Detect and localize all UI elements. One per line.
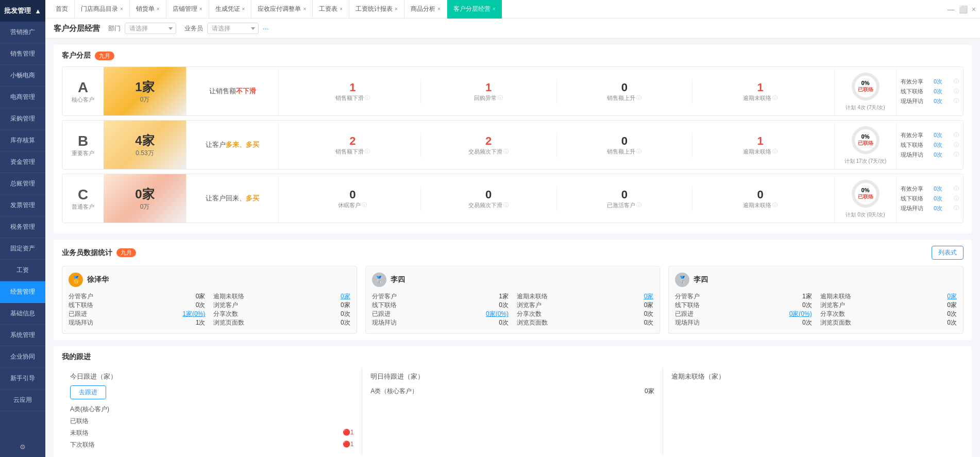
page-header: 客户分层经营 部门 请选择 业务员 请选择 ··· — [45, 19, 980, 39]
tab-close-icon[interactable]: × — [395, 6, 398, 12]
tab-商品分析[interactable]: 商品分析× — [404, 0, 447, 19]
sidebar-item-库存核算[interactable]: 库存核算 — [0, 130, 45, 151]
tab-销货单[interactable]: 销货单× — [130, 0, 166, 19]
tab-label: 商品分析 — [411, 5, 435, 13]
tier-chart-cell: 4家0.53万 — [104, 121, 186, 169]
sidebar-item-电商管理[interactable]: 电商管理 — [0, 87, 45, 108]
tier-suggest-cell: 让客户回来、多买 — [186, 174, 279, 223]
staff-stat-row: 已跟进1家(0%) — [69, 310, 205, 318]
sidebar-item-经营管理[interactable]: 经营管理 — [0, 281, 45, 303]
list-view-button[interactable]: 列表式 — [932, 246, 964, 260]
window-minimize-icon[interactable]: — — [948, 5, 955, 13]
staff-stat-row: 分享次数0次 — [820, 310, 957, 318]
stat-number[interactable]: 1 — [757, 134, 764, 148]
sidebar-item-固定资产[interactable]: 固定资产 — [0, 238, 45, 260]
sidebar-item-销售管理[interactable]: 销售管理 — [0, 43, 45, 65]
tab-close-icon[interactable]: × — [303, 6, 306, 12]
sidebar-item-系统管理[interactable]: 系统管理 — [0, 325, 45, 346]
sidebar-item-资金管理[interactable]: 资金管理 — [0, 151, 45, 173]
tier-right-stats: 有效分享0次ⓘ线下联络0次ⓘ现场拜访0次ⓘ — [896, 174, 963, 223]
tier-suggest-highlight: 多买 — [246, 194, 259, 203]
followup-tomorrow: 明日待跟进（家） A类（核心客户） 0家 — [362, 368, 663, 455]
sidebar-item-发票管理[interactable]: 发票管理 — [0, 195, 45, 216]
followup-overdue-title: 逾期未联络（家） — [671, 372, 955, 381]
sidebar-item-基础信息[interactable]: 基础信息 — [0, 303, 45, 325]
goto-followup-button[interactable]: 去跟进 — [70, 385, 106, 399]
staff-stat-row: 浏览客户0家 — [820, 301, 957, 310]
dept-select[interactable]: 请选择 — [125, 23, 176, 34]
sidebar-item-工资[interactable]: 工资 — [0, 260, 45, 281]
tab-应收应付调整单[interactable]: 应收应付调整单× — [251, 0, 313, 19]
sidebar-settings[interactable]: ⚙ — [0, 437, 45, 457]
tab-close-icon[interactable]: × — [493, 6, 496, 12]
staff-avatar: 🥈 — [372, 273, 386, 287]
sidebar-item-采购管理[interactable]: 采购管理 — [0, 108, 45, 130]
staff-card-1: 🥈李四分管客户1家线下联络0次已跟进0家(0%)现场拜访0次逾期未联络0家浏览客… — [365, 266, 661, 334]
followup-today: 今日跟进（家） 去跟进 A类(核心客户) 已联络 未联络 🔴1 下次联络 🔴1 — [62, 368, 362, 455]
ring-sublabel: 计划 17次 (7天/次) — [844, 158, 887, 165]
followup-row: A类（核心客户） 0家 — [370, 385, 654, 397]
tab-店铺管理[interactable]: 店铺管理× — [166, 0, 209, 19]
staff-select[interactable]: 请选择 — [207, 23, 259, 34]
tab-工资统计报表[interactable]: 工资统计报表× — [349, 0, 404, 19]
stat-number: 0 — [621, 81, 628, 94]
followup-tomorrow-title: 明日待跟进（家） — [370, 372, 654, 381]
info-icon: ⓘ — [498, 94, 503, 101]
tab-close-icon[interactable]: × — [340, 6, 343, 12]
tab-label: 销货单 — [136, 5, 155, 13]
biz-stats-month: 九月 — [116, 248, 136, 257]
window-close-icon[interactable]: × — [972, 5, 976, 13]
tab-close-icon[interactable]: × — [242, 6, 245, 12]
tier-chart-cell: 0家0万 — [104, 174, 186, 223]
stat-block: 1销售额下滑 ⓘ — [285, 79, 421, 104]
customer-tier-header: 客户分层 九月 — [62, 51, 964, 60]
sidebar-item-新手引导[interactable]: 新手引导 — [0, 368, 45, 390]
tier-label-cell: B重要客户 — [62, 121, 104, 169]
staff-stat-row: 浏览页面数0次 — [820, 318, 957, 327]
stat-label: 交易频次下滑 ⓘ — [468, 148, 509, 156]
tab-首页[interactable]: 首页 — [49, 0, 75, 19]
staff-right-col: 逾期未联络0家浏览客户0家分享次数0次浏览页面数0次 — [213, 292, 350, 327]
staff-stat-row: 线下联络0次 — [372, 301, 509, 310]
stat-number[interactable]: 2 — [485, 134, 492, 148]
stat-label: 销售额上升 ⓘ — [607, 148, 641, 156]
tier-amount: 0.53万 — [136, 149, 154, 158]
window-maximize-icon[interactable]: ⬜ — [959, 5, 968, 13]
staff-avatar: 🥈 — [675, 273, 689, 287]
tab-label: 应收应付调整单 — [258, 5, 301, 13]
stat-block: 0逾期未联络 ⓘ — [692, 186, 828, 211]
sidebar-header[interactable]: 批发管理 ▲ — [0, 0, 45, 22]
right-stat-row: 现场拜访0次ⓘ — [901, 97, 959, 105]
sidebar-item-小畅电商[interactable]: 小畅电商 — [0, 65, 45, 87]
stat-label: 交易频次下滑 ⓘ — [468, 201, 509, 209]
staff-left-col: 分管客户1家线下联络0次已跟进0家(0%)现场拜访0次 — [675, 292, 812, 327]
staff-stat-row: 逾期未联络0家 — [213, 292, 350, 301]
main-area: 首页门店商品目录×销货单×店铺管理×生成凭证×应收应付调整单×工资表×工资统计报… — [45, 0, 980, 457]
staff-stat-row: 现场拜访1次 — [69, 318, 205, 327]
stat-number[interactable]: 1 — [485, 81, 492, 94]
tab-close-icon[interactable]: × — [157, 6, 160, 12]
sidebar-item-总账管理[interactable]: 总账管理 — [0, 173, 45, 195]
stat-number[interactable]: 1 — [349, 81, 356, 94]
staff-stat-row: 浏览客户0家 — [213, 301, 350, 310]
tab-label: 客户分层经营 — [453, 5, 491, 13]
tab-close-icon[interactable]: × — [437, 6, 441, 12]
more-options-icon[interactable]: ··· — [263, 24, 269, 32]
sidebar-item-云应用[interactable]: 云应用 — [0, 390, 45, 411]
sidebar-item-税务管理[interactable]: 税务管理 — [0, 216, 45, 238]
stat-number[interactable]: 1 — [757, 81, 764, 94]
stat-block: 2销售额下滑 ⓘ — [285, 132, 421, 158]
staff-name: 李四 — [694, 275, 708, 284]
tab-客户分层经营[interactable]: 客户分层经营× — [447, 0, 502, 19]
stat-number[interactable]: 2 — [349, 134, 356, 148]
stat-label: 休眠客户 ⓘ — [338, 201, 367, 209]
tab-label: 工资统计报表 — [356, 5, 393, 13]
sidebar-item-营销推广[interactable]: 营销推广 — [0, 22, 45, 43]
tab-生成凭证[interactable]: 生成凭证× — [209, 0, 252, 19]
tab-工资表[interactable]: 工资表× — [313, 0, 349, 19]
tab-门店商品目录[interactable]: 门店商品目录× — [75, 0, 130, 19]
dept-label: 部门 — [108, 24, 121, 33]
sidebar-item-企业协同[interactable]: 企业协同 — [0, 346, 45, 368]
tab-close-icon[interactable]: × — [199, 6, 202, 12]
tab-close-icon[interactable]: × — [120, 6, 123, 12]
